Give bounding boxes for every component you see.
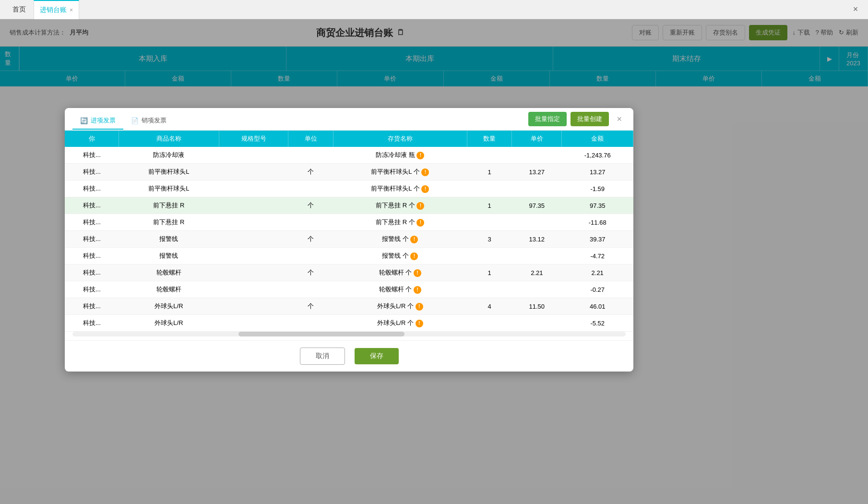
batch-create-button[interactable]: 批量创建 xyxy=(571,112,609,126)
td-col7: 97.35 xyxy=(512,197,562,214)
td-col2: 外球头L/R xyxy=(119,298,219,315)
td-col5: 轮毂螺杆 个 ! xyxy=(333,281,467,298)
td-col8: 13.27 xyxy=(562,164,633,180)
table-row: 科技... 前下悬挂 R 个 前下悬挂 R 个 ! 1 97.35 97.35 xyxy=(65,197,633,214)
modal-footer: 取消 保存 xyxy=(65,340,633,372)
tab-home[interactable]: 首页 xyxy=(5,0,34,19)
warning-icon: ! xyxy=(421,185,429,193)
td-col1: 科技... xyxy=(65,248,119,264)
main-area: 销售成本计算方法： 月平均 商贸企业进销台账 🗒 对账 重新开账 存货别名 生成… xyxy=(0,19,868,504)
td-col1: 科技... xyxy=(65,231,119,248)
td-col1: 科技... xyxy=(65,180,119,197)
td-col1: 科技... xyxy=(65,264,119,281)
outgoing-invoice-icon: 📄 xyxy=(131,117,139,124)
td-col7 xyxy=(512,214,562,231)
td-col1: 科技... xyxy=(65,164,119,180)
table-row: 科技... 前平衡杆球头L 个 前平衡杆球头L 个 ! 1 13.27 13.2… xyxy=(65,164,633,180)
table-row: 科技... 报警线 报警线 个 ! -4.72 xyxy=(65,248,633,264)
th-col7: 单价 xyxy=(512,131,562,147)
tab-bar: 首页 进销台账 × × xyxy=(0,0,868,19)
td-col5: 前平衡杆球头L 个 ! xyxy=(333,180,467,197)
warning-icon: ! xyxy=(410,252,418,260)
td-col6: 1 xyxy=(467,164,512,180)
td-col6 xyxy=(467,248,512,264)
td-col8: 2.21 xyxy=(562,264,633,281)
td-col2: 报警线 xyxy=(119,248,219,264)
batch-assign-button[interactable]: 批量指定 xyxy=(528,112,567,126)
tab-incoming-invoice[interactable]: 🔄 进项发票 xyxy=(72,112,123,130)
td-col7: 2.21 xyxy=(512,264,562,281)
incoming-invoice-icon: 🔄 xyxy=(80,117,88,124)
td-col5: 轮毂螺杆 个 ! xyxy=(333,264,467,281)
table-row: 科技... 外球头L/R 外球头L/R 个 ! -5.52 xyxy=(65,315,633,332)
tab-active-label: 进销台账 xyxy=(40,6,67,14)
td-col8: -4.72 xyxy=(562,248,633,264)
td-col4 xyxy=(288,147,333,164)
table-row: 科技... 前下悬挂 R 前下悬挂 R 个 ! -11.68 xyxy=(65,214,633,231)
warning-icon: ! xyxy=(410,236,418,243)
table-row: 科技... 轮毂螺杆 轮毂螺杆 个 ! -0.27 xyxy=(65,281,633,298)
warning-icon: ! xyxy=(416,320,423,327)
td-col3 xyxy=(219,264,288,281)
save-button[interactable]: 保存 xyxy=(355,348,399,364)
cancel-button[interactable]: 取消 xyxy=(300,348,345,365)
tab-active[interactable]: 进销台账 × xyxy=(34,0,79,19)
warning-icon: ! xyxy=(416,303,423,311)
td-col3 xyxy=(219,180,288,197)
modal-table-wrap[interactable]: 你 商品名称 规格型号 单位 存货名称 数量 单价 金额 科技... 防冻冷却液… xyxy=(65,131,633,332)
scrollbar-thumb[interactable] xyxy=(238,332,404,336)
table-row: 科技... 轮毂螺杆 个 轮毂螺杆 个 ! 1 2.21 2.21 xyxy=(65,264,633,281)
td-col3 xyxy=(219,164,288,180)
td-col5: 前下悬挂 R 个 ! xyxy=(333,214,467,231)
warning-icon: ! xyxy=(414,269,421,277)
td-col3 xyxy=(219,281,288,298)
td-col4: 个 xyxy=(288,197,333,214)
td-col6: 1 xyxy=(467,264,512,281)
td-col4 xyxy=(288,248,333,264)
td-col7 xyxy=(512,180,562,197)
td-col6 xyxy=(467,180,512,197)
td-col2: 外球头L/R xyxy=(119,315,219,332)
td-col5: 防冻冷却液 瓶 ! xyxy=(333,147,467,164)
tab-outgoing-invoice[interactable]: 📄 销项发票 xyxy=(123,112,174,130)
horizontal-scrollbar[interactable] xyxy=(72,332,626,336)
td-col6 xyxy=(467,281,512,298)
th-col5: 存货名称 xyxy=(333,131,467,147)
td-col8: 97.35 xyxy=(562,197,633,214)
warning-icon: ! xyxy=(416,219,424,227)
td-col7 xyxy=(512,147,562,164)
td-col4: 个 xyxy=(288,264,333,281)
td-col4: 个 xyxy=(288,231,333,248)
td-col4 xyxy=(288,281,333,298)
td-col5: 报警线 个 ! xyxy=(333,248,467,264)
td-col6: 1 xyxy=(467,197,512,214)
td-col2: 前平衡杆球头L xyxy=(119,164,219,180)
td-col4 xyxy=(288,214,333,231)
modal-close-button[interactable]: × xyxy=(613,112,626,126)
td-col2: 前下悬挂 R xyxy=(119,214,219,231)
th-col6: 数量 xyxy=(467,131,512,147)
tab-close-icon[interactable]: × xyxy=(70,7,73,13)
td-col8: -1.59 xyxy=(562,180,633,197)
td-col7 xyxy=(512,248,562,264)
td-col6: 3 xyxy=(467,231,512,248)
td-col1: 科技... xyxy=(65,315,119,332)
td-col2: 防冻冷却液 xyxy=(119,147,219,164)
td-col2: 轮毂螺杆 xyxy=(119,264,219,281)
table-header-row: 你 商品名称 规格型号 单位 存货名称 数量 单价 金额 xyxy=(65,131,633,147)
td-col8: 39.37 xyxy=(562,231,633,248)
modal-header: 🔄 进项发票 📄 销项发票 批量指定 批量创建 × xyxy=(65,108,633,131)
incoming-invoice-label: 进项发票 xyxy=(91,116,116,125)
td-col3 xyxy=(219,298,288,315)
warning-icon: ! xyxy=(416,152,424,159)
td-col7 xyxy=(512,281,562,298)
th-col3: 规格型号 xyxy=(219,131,288,147)
table-row: 科技... 前平衡杆球头L 前平衡杆球头L 个 ! -1.59 xyxy=(65,180,633,197)
td-col3 xyxy=(219,197,288,214)
th-col8: 金额 xyxy=(562,131,633,147)
window-close-button[interactable]: × xyxy=(848,2,863,17)
td-col4: 个 xyxy=(288,298,333,315)
td-col3 xyxy=(219,231,288,248)
outgoing-invoice-label: 销项发票 xyxy=(142,116,166,125)
table-row: 科技... 外球头L/R 个 外球头L/R 个 ! 4 11.50 46.01 xyxy=(65,298,633,315)
